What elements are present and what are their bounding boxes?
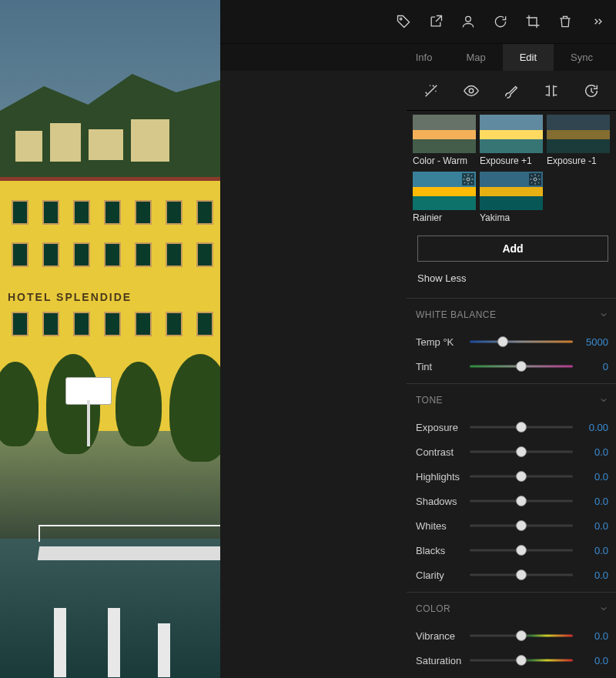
svg-point-0 <box>400 18 402 20</box>
slider-value[interactable]: 0.0 <box>579 471 608 483</box>
chevron-down-icon[interactable] <box>599 310 608 319</box>
preset-thumb[interactable] <box>480 172 543 210</box>
tab-bar: Info Map Edit Sync <box>220 43 616 71</box>
slider-exposure: Exposure0.00 <box>416 415 608 439</box>
slider-saturation: Saturation0.0 <box>416 648 608 673</box>
slider-highlights: Highlights0.0 <box>416 464 608 489</box>
open-external-icon[interactable] <box>428 14 444 29</box>
section-title: TONE <box>416 395 443 406</box>
presets-grid: Color - WarmExposure +1Exposure -1Rainie… <box>407 111 616 225</box>
slider-track[interactable] <box>470 627 573 644</box>
portrait-icon[interactable] <box>460 14 476 29</box>
more-icon[interactable] <box>590 14 605 29</box>
right-panel: Info Map Edit Sync Color - WarmExposure … <box>220 0 616 678</box>
preset-label: Exposure -1 <box>547 155 610 166</box>
preset-thumb[interactable] <box>547 115 610 153</box>
slider-track[interactable] <box>470 652 573 669</box>
section-wb: WHITE BALANCETemp °K5000Tint0 <box>407 298 616 383</box>
auto-enhance-icon[interactable] <box>423 82 440 99</box>
tab-edit[interactable]: Edit <box>503 44 554 71</box>
slider-label: Exposure <box>416 422 464 433</box>
slider-track[interactable] <box>470 358 573 375</box>
slider-value[interactable]: 0.0 <box>579 520 608 532</box>
svg-point-4 <box>534 178 537 181</box>
slider-tint: Tint0 <box>416 354 608 379</box>
tab-sync[interactable]: Sync <box>554 44 610 71</box>
slider-shadows: Shadows0.0 <box>416 489 608 513</box>
slider-track[interactable] <box>470 493 573 509</box>
chevron-down-icon[interactable] <box>599 604 608 613</box>
preset-label: Exposure +1 <box>480 155 543 166</box>
slider-vibrance: Vibrance0.0 <box>416 623 608 648</box>
slider-track[interactable] <box>470 542 573 559</box>
slider-value[interactable]: 0.0 <box>579 496 608 507</box>
top-toolbar <box>220 0 616 43</box>
show-less-link[interactable]: Show Less <box>407 269 616 298</box>
slider-label: Blacks <box>416 545 464 556</box>
section-title: COLOR <box>416 603 450 614</box>
section-color: COLORVibrance0.0Saturation0.0 <box>407 592 616 677</box>
slider-label: Temp °K <box>416 336 464 348</box>
slider-label: Contrast <box>416 446 464 458</box>
slider-track[interactable] <box>470 333 573 350</box>
slider-value[interactable]: 0.0 <box>579 630 608 642</box>
compare-icon[interactable] <box>543 82 560 99</box>
svg-point-3 <box>467 178 470 181</box>
slider-temp-k: Temp °K5000 <box>416 329 608 354</box>
photo-canvas[interactable]: HOTEL SPLENDIDE <box>0 0 220 678</box>
edit-panel: Color - WarmExposure +1Exposure -1Rainie… <box>407 71 616 678</box>
add-preset-button[interactable]: Add <box>417 235 608 262</box>
slider-value[interactable]: 0.0 <box>579 545 608 556</box>
preset-label: Color - Warm <box>413 155 476 166</box>
tab-info[interactable]: Info <box>399 44 450 71</box>
slider-label: Clarity <box>416 569 464 581</box>
slider-label: Highlights <box>416 471 464 483</box>
photo-building-text: HOTEL SPLENDIDE <box>8 291 132 303</box>
tag-icon[interactable] <box>396 14 411 29</box>
section-tone: TONEExposure0.00Contrast0.0Highlights0.0… <box>407 383 616 592</box>
slider-label: Tint <box>416 361 464 372</box>
crop-icon[interactable] <box>525 14 541 29</box>
preset-thumb[interactable] <box>480 115 543 153</box>
section-title: WHITE BALANCE <box>416 309 497 320</box>
svg-point-1 <box>466 16 471 22</box>
preset-label: Rainier <box>413 212 476 223</box>
chevron-down-icon[interactable] <box>599 396 608 405</box>
slider-value[interactable]: 5000 <box>579 336 608 348</box>
rotate-icon[interactable] <box>493 14 508 29</box>
brush-icon[interactable] <box>503 82 520 99</box>
slider-track[interactable] <box>470 517 573 534</box>
tab-map[interactable]: Map <box>449 44 502 71</box>
preset-label: Yakima <box>480 212 543 223</box>
preset-thumb[interactable] <box>413 115 476 153</box>
slider-track[interactable] <box>470 419 573 436</box>
gear-icon[interactable] <box>462 173 474 185</box>
revert-icon[interactable] <box>583 82 600 99</box>
slider-value[interactable]: 0.00 <box>579 422 608 433</box>
trash-icon[interactable] <box>557 14 573 29</box>
slider-track[interactable] <box>470 468 573 485</box>
slider-contrast: Contrast0.0 <box>416 439 608 464</box>
slider-blacks: Blacks0.0 <box>416 538 608 563</box>
slider-value[interactable]: 0.0 <box>579 446 608 458</box>
slider-track[interactable] <box>470 443 573 460</box>
slider-label: Shadows <box>416 496 464 507</box>
slider-label: Whites <box>416 520 464 532</box>
redeye-icon[interactable] <box>463 82 480 99</box>
slider-value[interactable]: 0 <box>579 361 608 372</box>
edit-tool-strip <box>407 71 616 111</box>
slider-whites: Whites0.0 <box>416 513 608 538</box>
slider-value[interactable]: 0.0 <box>579 569 608 581</box>
slider-clarity: Clarity0.0 <box>416 563 608 587</box>
slider-label: Vibrance <box>416 630 464 642</box>
svg-point-2 <box>469 89 474 93</box>
slider-track[interactable] <box>470 566 573 583</box>
slider-label: Saturation <box>416 655 464 666</box>
gear-icon[interactable] <box>529 173 541 185</box>
slider-value[interactable]: 0.0 <box>579 655 608 666</box>
preset-thumb[interactable] <box>413 172 476 210</box>
